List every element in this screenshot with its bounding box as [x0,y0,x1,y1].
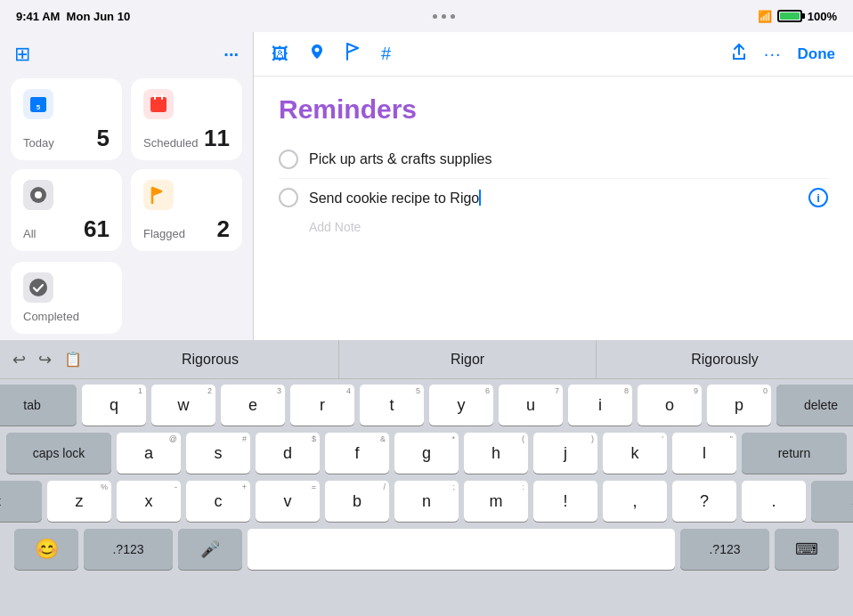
key-g[interactable]: *g [394,433,459,474]
key-q[interactable]: 1q [82,385,146,426]
add-note-label[interactable]: Add Note [279,220,361,234]
key-w[interactable]: 2w [151,385,215,426]
more-icon[interactable]: ··· [764,44,782,64]
today-label: Today [23,136,54,150]
status-time-date: 9:41 AM Mon Jun 10 [16,10,130,23]
key-k[interactable]: 'k [603,433,667,474]
key-o[interactable]: 9o [638,385,702,426]
key-d[interactable]: $d [256,433,320,474]
key-p[interactable]: 0p [707,385,771,426]
text-cursor [479,190,481,206]
flagged-icon [143,180,174,210]
key-y[interactable]: 6y [429,385,493,426]
flagged-count: 2 [217,217,230,240]
emoji-key[interactable]: 😊 [14,529,78,570]
key-x[interactable]: -x [117,481,181,522]
keyboard-row-3: shift %z -x +c =v /b ;n :m ! , ? . shift [4,481,849,522]
wifi-icon: 📶 [758,10,772,23]
reminder-checkbox-1[interactable] [279,150,298,169]
undo-redo-group: ↩ ↪ 📋 [0,350,82,369]
completed-label: Completed [23,310,110,323]
key-l[interactable]: "l [672,433,736,474]
suggestion-1[interactable]: Rigorous [82,340,339,379]
sidebar-more-button[interactable]: ··· [223,45,239,65]
done-button[interactable]: Done [798,45,836,63]
reminder-info-button[interactable]: i [808,188,828,207]
microphone-key[interactable]: 🎤 [178,529,242,570]
all-icon [23,180,53,210]
reminder-active-row: Send cookie recipe to Rigo i [279,188,828,207]
reminder-item-2[interactable]: Send cookie recipe to Rigo i Add Note [279,179,828,243]
key-a[interactable]: @a [117,433,181,474]
sidebar-toggle-icon[interactable]: ⊞ [14,43,30,66]
smart-card-completed[interactable]: Completed [11,262,122,334]
reminder-text-1: Pick up arts & crafts supplies [309,151,828,167]
shift-left-key[interactable]: shift [0,481,42,522]
autocorrect-bar: ↩ ↪ 📋 Rigorous Rigor Rigorously [0,340,853,379]
smart-card-scheduled[interactable]: Scheduled 11 [131,78,242,160]
svg-point-8 [35,191,42,199]
tab-key[interactable]: tab [0,385,77,426]
key-comma[interactable]: , [603,481,667,522]
smart-card-all[interactable]: All 61 [11,169,122,251]
key-t[interactable]: 5t [360,385,424,426]
scheduled-label: Scheduled [143,136,198,150]
toolbar-right: ··· Done [730,42,835,66]
reminder-text-2: Send cookie recipe to Rigo [309,190,798,207]
autocorrect-suggestions: Rigorous Rigor Rigorously [82,340,853,379]
key-v[interactable]: =v [256,481,320,522]
keyboard-dismiss-key[interactable]: ⌨ [775,529,839,570]
numbers-right-key[interactable]: .?123 [680,529,769,570]
key-n[interactable]: ;n [394,481,459,522]
key-m[interactable]: :m [464,481,528,522]
key-e[interactable]: 3e [221,385,285,426]
shift-right-key[interactable]: shift [811,481,853,522]
key-b[interactable]: /b [325,481,389,522]
flagged-label: Flagged [143,227,185,240]
space-key[interactable] [248,529,675,570]
numbers-left-key[interactable]: .?123 [84,529,173,570]
key-z[interactable]: %z [47,481,111,522]
all-label: All [23,227,36,240]
keyboard-row-1: tab 1q 2w 3e 4r 5t 6y 7u 8i 9o 0p delete [4,385,849,426]
key-s[interactable]: #s [186,433,250,474]
scheduled-count: 11 [204,126,230,150]
key-j[interactable]: )j [533,433,597,474]
suggestion-2[interactable]: Rigor [339,340,597,379]
hashtag-icon[interactable]: # [381,44,391,64]
keyboard: tab 1q 2w 3e 4r 5t 6y 7u 8i 9o 0p delete… [0,379,853,573]
key-i[interactable]: 8i [568,385,632,426]
completed-icon [23,272,53,303]
status-indicators: 📶 100% [758,10,837,23]
key-r[interactable]: 4r [290,385,354,426]
key-exclaim[interactable]: ! [533,481,597,522]
all-count: 61 [84,217,110,240]
keyboard-row-2: caps lock @a #s $d &f *g (h )j 'k "l ret… [4,433,849,474]
share-icon[interactable] [730,42,748,66]
key-h[interactable]: (h [464,433,528,474]
toolbar-left: 🖼 # [272,43,391,65]
key-period[interactable]: . [742,481,806,522]
keyboard-row-4: 😊 .?123 🎤 .?123 ⌨ [4,529,849,570]
status-bar: 9:41 AM Mon Jun 10 📶 100% [0,0,853,32]
toolbar: 🖼 # ··· Done [254,32,853,77]
smart-card-flagged[interactable]: Flagged 2 [131,169,242,251]
status-dots [433,14,455,19]
redo-button[interactable]: ↪ [38,350,52,369]
delete-key[interactable]: delete [776,385,853,426]
key-f[interactable]: &f [325,433,389,474]
return-key[interactable]: return [742,433,847,474]
suggestion-3[interactable]: Rigorously [597,340,853,379]
key-question[interactable]: ? [672,481,736,522]
location-icon[interactable] [308,43,326,65]
key-c[interactable]: +c [186,481,250,522]
reminder-item-1[interactable]: Pick up arts & crafts supplies [279,141,828,179]
flag-icon[interactable] [345,43,362,65]
undo-button[interactable]: ↩ [12,350,26,369]
caps-lock-key[interactable]: caps lock [6,433,111,474]
smart-card-today[interactable]: 5 Today 5 [11,78,122,160]
key-u[interactable]: 7u [499,385,563,426]
paste-button[interactable]: 📋 [64,351,82,368]
reminder-checkbox-2[interactable] [279,188,298,207]
camera-icon[interactable]: 🖼 [272,45,288,64]
